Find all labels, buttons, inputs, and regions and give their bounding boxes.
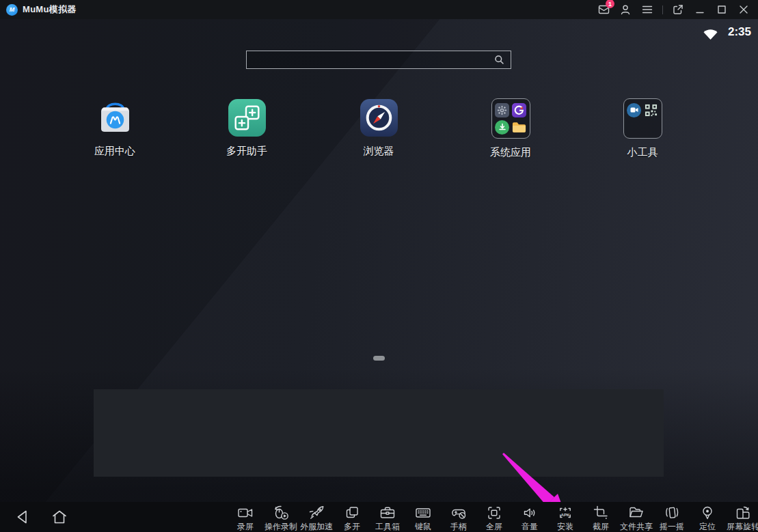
fullscreen-icon (486, 505, 502, 521)
app-label: 应用中心 (94, 145, 135, 158)
tool-keyboard-mouse[interactable]: 键鼠 (405, 502, 441, 532)
system-apps-folder-icon (491, 98, 530, 139)
minimize-button[interactable] (691, 1, 709, 18)
app-label: 小工具 (627, 146, 658, 159)
copy-windows-icon (344, 505, 360, 521)
app-small-tools-folder[interactable]: 小工具 (601, 98, 683, 159)
toolbar-items: 录屏 操作录制 外服加速 多开 (228, 502, 758, 532)
multi-instance-helper-icon (228, 98, 267, 137)
svg-text:APK: APK (560, 512, 570, 517)
app-system-apps-folder[interactable]: 系统应用 (470, 98, 552, 159)
folder-empty-slot (627, 120, 641, 135)
keyboard-icon (415, 505, 431, 521)
bottom-toolbar: 录屏 操作录制 外服加速 多开 (0, 502, 758, 532)
mumu-emulator-window: M MuMu模拟器 1 (0, 0, 758, 532)
app-label: 系统应用 (490, 146, 531, 159)
android-home-button[interactable] (51, 508, 68, 526)
tool-fullscreen[interactable]: 全屏 (476, 502, 512, 532)
small-tools-folder-icon (623, 98, 662, 139)
maximize-button[interactable] (713, 1, 731, 18)
location-pin-icon (699, 505, 716, 521)
messages-button[interactable]: 1 (595, 1, 612, 18)
app-multi-instance-helper[interactable]: 多开助手 (206, 98, 288, 158)
app-label: 多开助手 (226, 145, 267, 158)
tool-macro-record[interactable]: 操作录制 (263, 502, 299, 532)
clock: 2:35 (728, 25, 751, 39)
settings-gear-icon (495, 103, 509, 117)
shake-phone-icon (664, 505, 680, 521)
tool-shake[interactable]: 摇一摇 (654, 502, 690, 532)
mumu-logo-icon: M (6, 4, 18, 16)
folder-icon (628, 505, 645, 521)
dock-panel (94, 389, 664, 477)
search-bar[interactable] (246, 51, 511, 69)
search-icon[interactable] (494, 55, 504, 65)
browser-icon (360, 98, 398, 137)
rotate-screen-icon (735, 505, 751, 521)
android-screen: 2:35 应用中心 (0, 19, 758, 502)
tool-gamepad[interactable]: 手柄 (441, 502, 476, 532)
speaker-icon (522, 505, 538, 521)
files-folder-icon (512, 120, 526, 135)
briefcase-icon (379, 505, 396, 521)
hamburger-menu-icon (642, 5, 653, 14)
search-input[interactable] (247, 55, 494, 65)
tool-screenshot[interactable]: 截屏 (583, 502, 619, 532)
resize-window-button[interactable] (669, 1, 687, 18)
tool-toolbox[interactable]: 工具箱 (370, 502, 405, 532)
notification-badge: 1 (606, 0, 614, 8)
app-label: 浏览器 (364, 145, 394, 158)
tool-global-boost[interactable]: 外服加速 (299, 502, 334, 532)
page-indicator (373, 356, 385, 361)
gamepad-disabled-icon (450, 505, 467, 521)
wifi-icon (703, 27, 718, 43)
app-browser[interactable]: 浏览器 (338, 98, 420, 158)
tool-file-sharing[interactable]: 文件共享 (619, 502, 654, 532)
crop-icon (593, 505, 609, 521)
downloader-icon (495, 120, 509, 135)
qr-code-icon (644, 103, 658, 117)
resize-icon (673, 4, 683, 15)
google-installer-icon (512, 103, 526, 117)
recorder-camera-icon (627, 103, 641, 117)
titlebar-separator (662, 5, 663, 14)
folder-empty-slot (644, 120, 658, 135)
close-button[interactable] (735, 1, 753, 18)
mouse-record-icon (273, 505, 289, 521)
account-button[interactable] (617, 1, 634, 18)
tool-screen-record[interactable]: 录屏 (228, 502, 263, 532)
back-icon (16, 509, 29, 524)
tool-volume[interactable]: 音量 (512, 502, 547, 532)
rocket-icon (308, 505, 325, 521)
app-app-center[interactable]: 应用中心 (74, 98, 156, 158)
home-icon (52, 509, 67, 524)
menu-button[interactable] (638, 1, 656, 18)
minimize-icon (695, 5, 705, 14)
title-bar: M MuMu模拟器 1 (0, 0, 758, 19)
maximize-icon (717, 5, 727, 14)
tool-location[interactable]: 定位 (690, 502, 725, 532)
tool-install-apk[interactable]: APK 安装 (547, 502, 583, 532)
video-camera-icon (237, 505, 254, 521)
app-center-icon (96, 98, 135, 137)
apk-install-icon: APK (557, 505, 573, 521)
tool-rotate-screen[interactable]: 屏幕旋转 (725, 502, 758, 532)
tool-multi-instance[interactable]: 多开 (334, 502, 370, 532)
user-icon (620, 4, 631, 15)
window-title: MuMu模拟器 (23, 3, 77, 16)
close-icon (739, 5, 748, 14)
android-back-button[interactable] (14, 508, 31, 526)
